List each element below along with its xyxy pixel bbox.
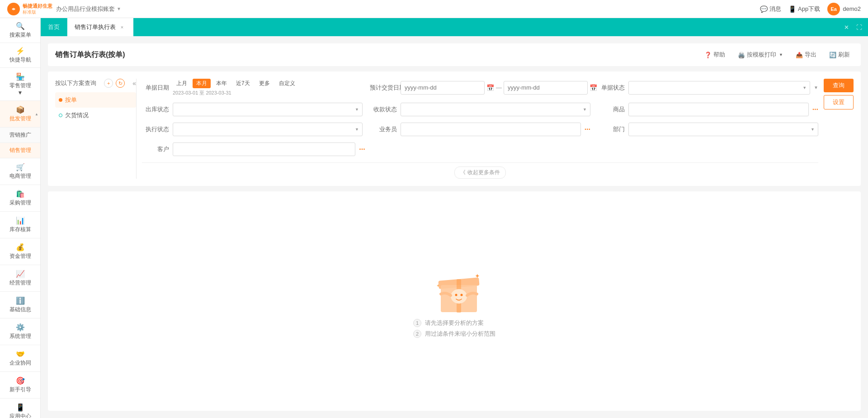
search-icon: 🔍 bbox=[4, 22, 37, 30]
date-tab-7days[interactable]: 近7天 bbox=[232, 79, 254, 88]
calendar-end-icon[interactable]: 📅 bbox=[590, 84, 597, 91]
dept-select[interactable] bbox=[628, 123, 818, 136]
help-button[interactable]: ❓ 帮助 bbox=[701, 49, 729, 61]
sidebar-item-basic-info[interactable]: ℹ️ 基础信息 bbox=[0, 292, 40, 318]
sidebar-item-operations[interactable]: 📈 经营管理 bbox=[0, 265, 40, 292]
tab-close-button[interactable]: ✕ bbox=[841, 22, 852, 33]
filter-row-2: 出库状态 收款状态 bbox=[142, 103, 818, 116]
query-button[interactable]: 查询 bbox=[824, 79, 854, 92]
empty-illustration: ✦ ✦ bbox=[432, 265, 477, 310]
date-tabs: 上月 本月 本年 近7天 更多 自定义 bbox=[173, 79, 363, 88]
goods-input[interactable] bbox=[628, 103, 809, 116]
filter-field-date: 单据日期 上月 本月 本年 近7天 更多 自定义 bbox=[142, 79, 363, 96]
filter-field-doc-status: 单据状态 ▼ bbox=[598, 81, 818, 95]
sidebar-item-purchase[interactable]: 🛍️ 采购管理 bbox=[0, 185, 40, 212]
sidebar-item-inventory[interactable]: 📊 库存核算 bbox=[0, 212, 40, 238]
sidebar-item-marketing[interactable]: 营销推广 bbox=[0, 128, 40, 143]
exec-select[interactable] bbox=[173, 123, 363, 136]
date-tab-custom[interactable]: 自定义 bbox=[275, 79, 299, 88]
sidebar-item-ecommerce[interactable]: 🛒 电商管理 bbox=[0, 158, 40, 185]
tab-close-icon[interactable]: × bbox=[118, 24, 126, 31]
doc-status-label: 单据状态 bbox=[598, 84, 625, 92]
receipt-select[interactable] bbox=[401, 103, 590, 116]
sidebar-item-retail[interactable]: 🏪 零售管理 bbox=[0, 68, 40, 101]
date-tab-this-month[interactable]: 本月 bbox=[193, 79, 211, 88]
sales-label: 销售管理 bbox=[2, 147, 38, 154]
date-tab-more[interactable]: 更多 bbox=[255, 79, 274, 88]
empty-texts: 1 请先选择要分析的方案 2 用过滤条件来缩小分析范围 bbox=[413, 319, 495, 338]
calendar-start-icon[interactable]: 📅 bbox=[486, 84, 494, 91]
breadcrumb[interactable]: 办公用品行业模拟账套 ▼ bbox=[56, 5, 121, 13]
empty-num-2: 2 bbox=[413, 330, 421, 338]
user-menu-button[interactable]: Ea demo2 bbox=[827, 3, 861, 15]
outbound-select-wrap bbox=[173, 103, 363, 116]
refresh-scheme-button[interactable]: ↻ bbox=[116, 79, 125, 88]
collapse-more-button[interactable]: 《 收起更多条件 bbox=[454, 166, 506, 179]
date-tab-last-month[interactable]: 上月 bbox=[173, 79, 191, 88]
refresh-label: 刷新 bbox=[838, 51, 850, 59]
sidebar-newuser-label: 新手引导 bbox=[2, 386, 38, 394]
nav-item-shortage-label: 欠货情况 bbox=[65, 111, 89, 119]
marketing-label: 营销推广 bbox=[2, 131, 38, 139]
sidebar-item-search[interactable]: 🔍 搜索菜单 bbox=[0, 18, 40, 43]
collapse-left-button[interactable]: « bbox=[132, 80, 136, 87]
refresh-button[interactable]: 🔄 刷新 bbox=[826, 49, 854, 61]
nav-item-shortage[interactable]: 欠货情况 bbox=[55, 108, 136, 123]
filter-panel: 按以下方案查询 + ↻ « 按单 欠货情况 bbox=[48, 71, 861, 186]
quick-nav-icon: ⚡ bbox=[4, 47, 37, 55]
salesperson-more-btn[interactable]: ··· bbox=[585, 125, 590, 133]
main-layout: 🔍 搜索菜单 ⚡ 快捷导航 🏪 零售管理 📦 批发管理 营销推广 销售管理 🛒 … bbox=[0, 18, 868, 418]
forecast-date-start-input[interactable] bbox=[401, 81, 485, 95]
forecast-date-end-input[interactable] bbox=[504, 81, 588, 95]
tab-fullscreen-button[interactable]: ⛶ bbox=[854, 22, 864, 33]
enterprise-icon: 🤝 bbox=[2, 350, 38, 358]
sidebar-item-appcenter[interactable]: 📱 应用中心 bbox=[0, 399, 40, 418]
settings-button[interactable]: 设置 bbox=[824, 95, 854, 109]
export-icon: 📤 bbox=[796, 52, 803, 58]
filter-field-dept: 部门 bbox=[598, 123, 818, 136]
sidebar-search-label: 搜索菜单 bbox=[4, 31, 37, 39]
tab-active[interactable]: 销售订单执行表 × bbox=[67, 18, 133, 36]
date-tab-this-year[interactable]: 本年 bbox=[212, 79, 231, 88]
wholesale-icon: 📦 bbox=[2, 105, 38, 114]
breadcrumb-text: 办公用品行业模拟账套 bbox=[56, 5, 115, 13]
empty-text-2-label: 用过滤条件来缩小分析范围 bbox=[425, 330, 495, 338]
salesperson-input[interactable] bbox=[401, 123, 581, 136]
nav-item-by-order[interactable]: 按单 bbox=[55, 92, 136, 108]
collapse-row: 《 收起更多条件 bbox=[142, 162, 818, 179]
sidebar-item-enterprise[interactable]: 🤝 企业协同 bbox=[0, 345, 40, 372]
sidebar-item-wholesale[interactable]: 📦 批发管理 bbox=[0, 101, 40, 128]
page-content: 销售订单执行表(按单) ❓ 帮助 🖨️ 按模板打印 📤 导出 bbox=[41, 36, 868, 418]
outbound-select[interactable] bbox=[173, 103, 363, 116]
exec-select-wrap bbox=[173, 123, 363, 136]
sidebar-item-sales[interactable]: 销售管理 bbox=[0, 143, 40, 158]
sidebar-item-quick-nav[interactable]: ⚡ 快捷导航 bbox=[0, 43, 40, 68]
doc-status-select[interactable] bbox=[628, 81, 810, 95]
sidebar-inventory-label: 库存核算 bbox=[2, 226, 38, 233]
customer-input[interactable] bbox=[173, 142, 355, 156]
retail-icon: 🏪 bbox=[2, 72, 38, 81]
print-label: 按模板打印 bbox=[747, 51, 776, 59]
tab-bar: 首页 销售订单执行表 × ✕ ⛶ bbox=[41, 18, 868, 36]
breadcrumb-arrow-icon: ▼ bbox=[117, 6, 121, 11]
filter-field-exec: 执行状态 bbox=[142, 123, 363, 136]
filter-field-goods: 商品 ··· bbox=[598, 103, 818, 116]
header-left: 畅捷通好生意 标准版 办公用品行业模拟账套 ▼ bbox=[7, 3, 121, 15]
export-button[interactable]: 📤 导出 bbox=[792, 49, 820, 61]
exec-label: 执行状态 bbox=[142, 125, 169, 133]
customer-more-btn[interactable]: ··· bbox=[359, 145, 365, 153]
goods-more-btn[interactable]: ··· bbox=[812, 105, 818, 114]
doc-status-select-wrap bbox=[628, 81, 810, 95]
add-scheme-button[interactable]: + bbox=[104, 79, 113, 88]
sidebar-item-finance[interactable]: 💰 资金管理 bbox=[0, 238, 40, 265]
app-download-button[interactable]: 📱 App下载 bbox=[788, 5, 820, 13]
sidebar-appcenter-label: 应用中心 bbox=[2, 413, 38, 418]
avatar-initials: Ea bbox=[831, 6, 837, 12]
message-button[interactable]: 💬 消息 bbox=[760, 5, 781, 13]
export-label: 导出 bbox=[805, 51, 816, 59]
sidebar-item-newuser[interactable]: 🎯 新手引导 bbox=[0, 372, 40, 399]
filter-field-forecast-date: 预计交货日期 📅 — 📅 bbox=[370, 81, 590, 95]
print-button[interactable]: 🖨️ 按模板打印 bbox=[734, 49, 787, 61]
sidebar-item-system[interactable]: ⚙️ 系统管理 bbox=[0, 318, 40, 345]
tab-home[interactable]: 首页 bbox=[41, 18, 67, 36]
